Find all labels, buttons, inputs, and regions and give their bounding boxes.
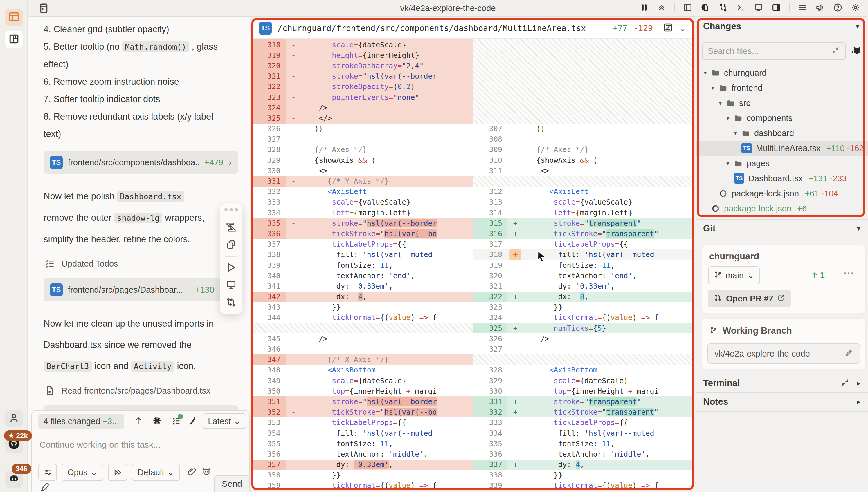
feedback-megaphone-button[interactable] — [815, 3, 825, 13]
tool-call-row[interactable]: Read frontend/src/pages/Dashboard.tsx — [44, 385, 238, 397]
tree-item-src[interactable]: ▾src — [696, 95, 868, 110]
tree-item-pages[interactable]: ▾pages — [696, 156, 868, 171]
branch-dropdown[interactable]: main ⌄ — [708, 266, 760, 284]
left-panel-toggle[interactable] — [683, 3, 693, 13]
tree-item-frontend[interactable]: ▾frontend — [696, 80, 868, 95]
screen-share-button[interactable] — [754, 3, 764, 13]
file-chip[interactable]: TSfrontend/src/pages/Dashboar...+130-22 — [44, 278, 238, 301]
tree-item-churnguard[interactable]: ▾churnguard — [696, 65, 868, 80]
working-spinner — [188, 417, 196, 426]
menu-button[interactable] — [797, 3, 807, 13]
code-token: scale — [554, 198, 576, 206]
todos-status-icon[interactable] — [171, 416, 181, 427]
caret-down-icon[interactable]: ▾ — [857, 224, 861, 233]
caret-down-icon[interactable]: ▾ — [856, 22, 859, 30]
code-line: /> — [301, 103, 473, 112]
caret-right-icon[interactable]: ▸ — [857, 398, 861, 406]
caret-down-icon[interactable]: ▾ — [711, 84, 719, 91]
diff-row: 325- </> — [251, 113, 694, 123]
collapse-all-button[interactable] — [657, 3, 666, 13]
play-icon[interactable] — [225, 262, 237, 274]
code-token: = — [376, 313, 380, 322]
code-token: <> — [523, 167, 549, 175]
line-number: 322 — [251, 81, 286, 92]
tree-item-components[interactable]: ▾components — [696, 110, 868, 126]
code-token: f — [428, 481, 437, 490]
quill-pen-icon[interactable] — [39, 481, 51, 492]
account-button[interactable] — [5, 410, 23, 427]
message-line: 8. Remove redundant axis labels (x/y lab… — [44, 108, 238, 125]
tree-item-dashboard[interactable]: ▾dashboard — [696, 126, 868, 141]
code-token: strokeOpacity — [332, 82, 389, 91]
fast-forward-button[interactable] — [108, 464, 127, 481]
git-panel-toggle[interactable] — [718, 3, 728, 13]
collapse-tree-icon[interactable] — [831, 46, 840, 56]
tree-item-package-lock-json[interactable]: package-lock.json+6 — [696, 201, 868, 216]
pause-button[interactable] — [639, 3, 649, 13]
diff-left-del: 347- {/* X Axis */} — [251, 354, 473, 365]
model-dropdown[interactable]: Opus⌄ — [62, 464, 103, 481]
copy-icon[interactable] — [225, 239, 237, 252]
file-icon — [44, 385, 56, 397]
code-token: " — [362, 219, 367, 227]
caret-down-icon[interactable]: ▾ — [734, 130, 742, 137]
code-token: , — [632, 272, 637, 280]
code-token: 'hsl(var(--muted — [362, 250, 432, 259]
composer: 4 files changed +3... Latest ⌄ Opus⌄ Def… — [31, 410, 250, 492]
expand-icon[interactable] — [841, 378, 849, 388]
caret-down-icon[interactable]: ▾ — [719, 99, 726, 106]
diff-left-ctx: 350 top={innerHeight + margi — [251, 386, 473, 396]
caret-down-icon[interactable]: ▾ — [726, 160, 734, 167]
scroll-up-icon[interactable] — [134, 416, 143, 426]
assistant-toggle[interactable] — [701, 3, 710, 13]
caret-right-icon[interactable]: ▸ — [857, 379, 861, 387]
attach-paperclip-icon[interactable] — [187, 467, 197, 478]
working-branch-input[interactable]: vk/4e2a-explore-the-code — [707, 343, 860, 364]
diff-right-ctx: 308 — [473, 134, 694, 145]
send-button[interactable]: Send — [214, 475, 249, 492]
settings-gear-button[interactable] — [850, 3, 861, 13]
cat-icon[interactable] — [851, 45, 863, 57]
search-files-box[interactable] — [702, 42, 846, 60]
tree-item-dashboard-tsx[interactable]: TSDashboard.tsx+131 -233 — [696, 171, 868, 186]
caret-down-icon[interactable]: ▾ — [726, 115, 734, 122]
ahead-count[interactable]: 1 — [811, 270, 825, 280]
mode-dropdown[interactable]: Default⌄ — [132, 464, 180, 481]
git-compare-icon[interactable] — [225, 296, 237, 309]
edit-pencil-icon[interactable] — [844, 348, 853, 359]
panel-layout-button[interactable] — [5, 9, 23, 26]
git-branch-icon — [714, 270, 722, 280]
tree-item-package-lock-json[interactable]: package-lock.json+61 -104 — [696, 186, 868, 201]
file-chip[interactable]: TSfrontend/src/pages/Dashboard.tsx+1-5› — [44, 405, 238, 410]
search-files-input[interactable] — [708, 46, 828, 56]
file-chip[interactable]: TSfrontend/src/components/dashboa...+479… — [44, 151, 238, 174]
tool-call-row[interactable]: Updated Todos — [44, 257, 238, 270]
zed-logo-icon[interactable] — [225, 221, 237, 235]
code-token: = — [576, 376, 580, 385]
terminal-toggle[interactable] — [736, 3, 746, 13]
files-changed-chip[interactable]: 4 files changed +3... — [38, 414, 124, 429]
code-line: {showAxis && ( — [523, 156, 694, 165]
monitor-icon[interactable] — [225, 279, 237, 292]
code-token — [523, 324, 554, 333]
caret-down-icon[interactable]: ▾ — [704, 69, 711, 76]
code-token: = — [597, 408, 602, 416]
code-token: textAnchor: — [523, 450, 610, 458]
more-options-button[interactable]: ⋯ — [843, 267, 855, 279]
drag-handle-dots[interactable] — [225, 208, 238, 211]
settings-sliders-button[interactable] — [38, 464, 57, 481]
zed-edit-icon[interactable] — [663, 22, 673, 34]
help-button[interactable] — [833, 3, 843, 13]
latest-dropdown[interactable]: Latest ⌄ — [203, 413, 246, 429]
grid-view-button[interactable] — [5, 31, 23, 48]
code-token: {/* Y Axis */} — [327, 177, 389, 186]
tree-item-multilinearea-tsx[interactable]: TSMultiLineArea.tsx+110 -162 — [696, 141, 868, 156]
chevron-down-icon[interactable]: ⌄ — [679, 23, 686, 33]
cat-icon[interactable] — [202, 467, 211, 478]
line-number: 346 — [251, 344, 286, 354]
burst-icon[interactable] — [152, 416, 162, 427]
right-panel-toggle[interactable] — [771, 3, 781, 13]
message-input[interactable] — [40, 440, 239, 450]
open-pr-button[interactable]: Open PR #7 — [708, 290, 791, 308]
add-comment-button[interactable]: + — [510, 249, 521, 260]
